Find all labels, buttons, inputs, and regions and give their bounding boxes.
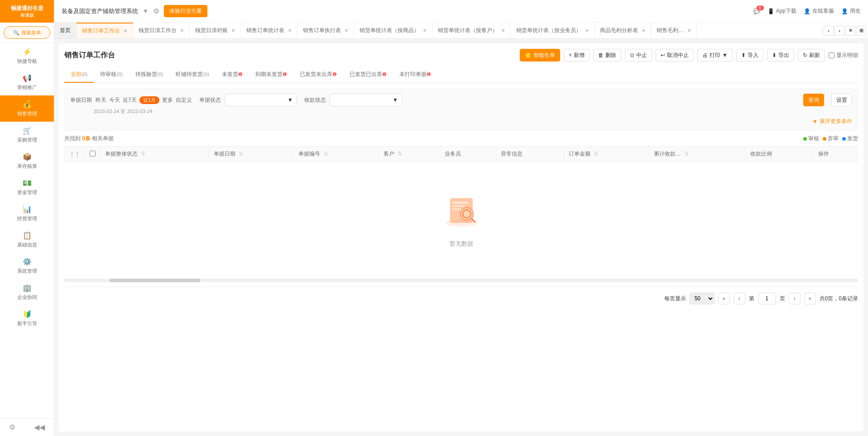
- tab-cash-clearance[interactable]: 钱货日清工作台 ✕: [133, 23, 190, 39]
- page-label: 第: [749, 295, 754, 303]
- date-yesterday[interactable]: 昨天: [96, 96, 106, 104]
- sub-tab-unprinted[interactable]: 未打印单据❶: [393, 67, 437, 83]
- expand-filter-button[interactable]: ▼ 展开更多条件: [812, 118, 852, 125]
- sidebar-item-purchase-mgmt[interactable]: 🛒 采购管理: [0, 122, 54, 148]
- tab-close-button[interactable]: ✕: [501, 28, 505, 33]
- tab-sales-by-product[interactable]: 销货单统计表（按商品） ✕: [354, 23, 432, 39]
- sidebar-item-marketing[interactable]: 📢 营销推广: [0, 69, 54, 95]
- date-last-month[interactable]: 近1月: [139, 96, 159, 104]
- tab-home[interactable]: 首页: [54, 23, 77, 39]
- date-more[interactable]: 更多: [162, 96, 173, 104]
- suspend-button[interactable]: ⊙ 中止: [625, 49, 652, 62]
- col-staff: 业务员: [440, 147, 496, 162]
- sub-tab-overdue-unshipped[interactable]: 到期未发货❶: [249, 67, 293, 83]
- tab-close-button[interactable]: ✕: [585, 28, 589, 33]
- tab-close-button[interactable]: ✕: [231, 28, 235, 33]
- tab-sales-by-customer[interactable]: 销货单统计表（按客户） ✕: [432, 23, 511, 39]
- sidebar-item-label: 营销推广: [17, 84, 37, 91]
- show-details-checkbox-label: 显示明细: [829, 52, 858, 59]
- col-doc-number[interactable]: 单据编号 ⇅: [294, 147, 379, 162]
- tab-gross-margin[interactable]: 商品毛利分析表 ✕: [595, 23, 651, 39]
- tab-close-all-button[interactable]: ✕: [845, 26, 855, 36]
- sidebar-item-new-guide[interactable]: 🔰 新手引导: [0, 305, 54, 332]
- search-menu-button[interactable]: 🔍 搜索菜单: [4, 26, 50, 39]
- sidebar-item-basic-info[interactable]: 📋 基础信息: [0, 227, 54, 253]
- sidebar-item-inventory[interactable]: 📦 库存核算: [0, 148, 54, 174]
- tab-sales-workbench[interactable]: 销售订单工作台 ✕: [77, 23, 133, 39]
- page-number-input[interactable]: [758, 293, 776, 304]
- print-button[interactable]: 🖨 打印 ▼: [697, 49, 733, 62]
- status-select[interactable]: ▼: [225, 94, 297, 106]
- next-page-button[interactable]: ›: [789, 293, 801, 304]
- bulk-review-button[interactable]: 审核: [803, 135, 819, 142]
- sub-tab-unshipped[interactable]: 未发货❶: [216, 67, 249, 83]
- online-service-link[interactable]: 👤 在线客服: [804, 7, 834, 15]
- industry-solution-button[interactable]: 体验行业方案: [164, 5, 207, 17]
- tab-close-button[interactable]: ✕: [687, 28, 691, 33]
- bulk-abandon-button[interactable]: 弃审: [823, 135, 839, 142]
- tab-prev-button[interactable]: ‹: [824, 26, 834, 36]
- header-settings-button[interactable]: ⚙: [153, 7, 159, 15]
- import-button[interactable]: ⬆ 导入: [736, 49, 763, 62]
- settings-gear-button[interactable]: ⚙: [9, 423, 15, 431]
- select-all-checkbox[interactable]: [90, 151, 96, 156]
- scroll-thumb[interactable]: [110, 279, 200, 282]
- col-doc-date[interactable]: 单据日期 ⇅: [209, 147, 294, 162]
- sub-tab-shipped-out[interactable]: 已发货已出库❶: [343, 67, 393, 83]
- smart-create-button[interactable]: 🌟 智能生单: [520, 49, 560, 62]
- date-today[interactable]: 今天: [109, 96, 120, 104]
- date-last7[interactable]: 近7天: [123, 96, 137, 104]
- tab-close-button[interactable]: ✕: [124, 28, 127, 33]
- message-button[interactable]: 💬 6: [753, 8, 760, 14]
- sidebar-item-sales-mgmt[interactable]: 💰 销售管理: [0, 95, 54, 122]
- tab-close-button[interactable]: ✕: [642, 28, 645, 33]
- sidebar-item-operations[interactable]: 📊 经营管理: [0, 200, 54, 227]
- delete-button[interactable]: 🗑 删除: [593, 49, 621, 62]
- tab-close-button[interactable]: ✕: [288, 28, 292, 33]
- first-page-button[interactable]: «: [718, 293, 730, 304]
- last-page-button[interactable]: »: [804, 293, 816, 304]
- sub-tab-pending-check[interactable]: 待拣验货(0): [129, 67, 169, 83]
- collapse-sidebar-button[interactable]: ◀◀: [34, 423, 45, 431]
- sidebar-item-quick-nav[interactable]: ⚡ 快捷导航: [0, 43, 54, 69]
- sub-tab-shop-pending-ship[interactable]: 旺铺待发货(0): [169, 67, 215, 83]
- tab-next-button[interactable]: ›: [834, 26, 844, 36]
- cancel-suspend-button[interactable]: ↩ 取消中止: [656, 49, 694, 62]
- tab-close-button[interactable]: ✕: [423, 28, 427, 33]
- sidebar-item-system-mgmt[interactable]: ⚙️ 系统管理: [0, 253, 54, 279]
- sidebar-item-label: 新手引导: [17, 320, 37, 327]
- query-button[interactable]: 查询: [803, 94, 824, 106]
- filter-settings-button[interactable]: 设置: [831, 94, 852, 106]
- page-size-select[interactable]: 20 50 100 200: [690, 293, 715, 304]
- app-download-link[interactable]: 📱 App下载: [767, 7, 796, 15]
- show-details-checkbox[interactable]: [829, 52, 834, 58]
- col-order-amount[interactable]: 订单金额 ⇅: [564, 147, 649, 162]
- tab-close-button[interactable]: ✕: [180, 28, 184, 33]
- col-cumulative-payment[interactable]: 累计收款… ⇅: [649, 147, 746, 162]
- tab-sales-stats[interactable]: 销售订单统计表 ✕: [241, 23, 297, 39]
- review-dot-icon: [803, 137, 807, 141]
- col-customer[interactable]: 客户 ⇅: [379, 147, 440, 162]
- prev-page-button[interactable]: ‹: [734, 293, 745, 304]
- user-menu-button[interactable]: 👤 用友: [841, 7, 861, 15]
- sub-tab-shipped-not-out[interactable]: 已发货未出库❶: [293, 67, 343, 83]
- tab-close-button[interactable]: ✕: [345, 28, 348, 33]
- bulk-ship-button[interactable]: 发货: [842, 135, 858, 142]
- payment-select[interactable]: ▼: [330, 94, 402, 106]
- refresh-button[interactable]: ↻ 刷新: [798, 49, 825, 62]
- tab-cash-reconcile[interactable]: 钱货日清对账 ✕: [190, 23, 241, 39]
- print-dropdown-icon: ▼: [722, 52, 728, 58]
- horizontal-scrollbar[interactable]: [64, 279, 858, 282]
- sidebar-item-enterprise[interactable]: 🏢 企业协同: [0, 279, 54, 305]
- tab-maximize-button[interactable]: ⊞: [856, 26, 866, 36]
- add-button[interactable]: + 新增: [564, 49, 590, 62]
- sub-tab-all[interactable]: 全部(0): [64, 67, 94, 83]
- tab-sales-gross[interactable]: 销售毛利… ✕: [651, 23, 697, 39]
- tab-sales-exec[interactable]: 销售订单执行表 ✕: [297, 23, 354, 39]
- sub-tab-pending-review[interactable]: 待审核(0): [94, 67, 129, 83]
- date-custom[interactable]: 自定义: [176, 96, 192, 104]
- tab-sales-by-staff[interactable]: 销货单统计表（按业务员） ✕: [511, 23, 595, 39]
- sidebar-item-finance[interactable]: 💵 资金管理: [0, 174, 54, 200]
- system-dropdown-button[interactable]: ▼: [143, 8, 149, 14]
- export-button[interactable]: ⬇ 导出: [767, 49, 794, 62]
